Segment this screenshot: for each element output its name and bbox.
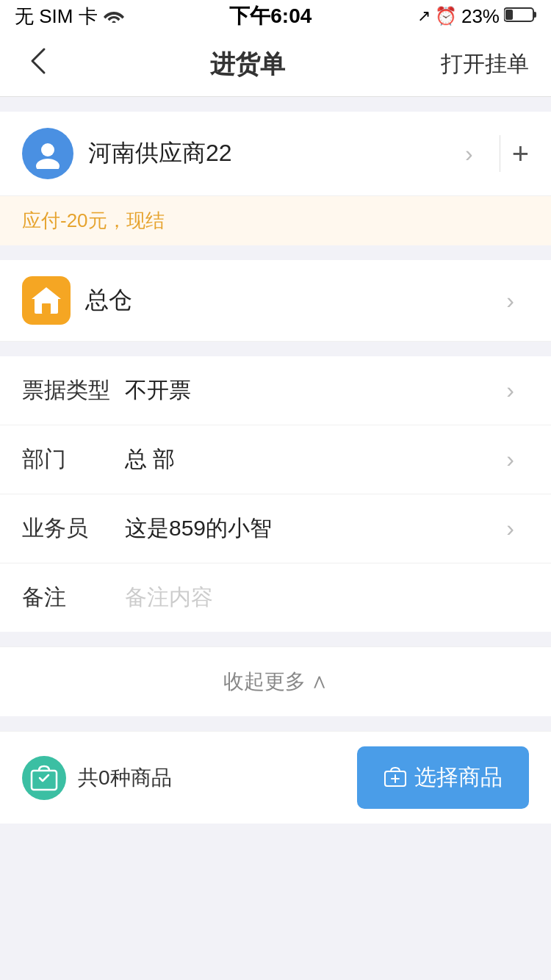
svg-rect-3	[505, 10, 513, 20]
warehouse-name: 总仓	[85, 284, 506, 317]
select-product-label: 选择商品	[414, 763, 503, 793]
product-count-icon	[22, 756, 66, 800]
warehouse-section: 总仓 ›	[0, 260, 551, 342]
notice-text: 应付-20元，现结	[22, 209, 165, 231]
supplier-chevron-icon: ›	[465, 140, 473, 167]
invoice-row[interactable]: 票据类型 不开票 ›	[0, 356, 551, 425]
warehouse-chevron-icon: ›	[506, 287, 514, 314]
status-bar: 无 SIM 卡 下午6:04 ↗ ⏰ 23%	[0, 0, 551, 32]
svg-point-5	[36, 159, 60, 169]
product-count-text: 共0种商品	[78, 764, 357, 792]
carrier-text: 无 SIM 卡	[15, 4, 98, 29]
salesperson-value: 这是859的小智	[110, 514, 506, 544]
svg-point-0	[112, 21, 115, 23]
salesperson-chevron-icon: ›	[506, 515, 514, 542]
salesperson-label: 业务员	[22, 514, 110, 544]
svg-marker-7	[32, 287, 61, 299]
invoice-value: 不开票	[110, 375, 506, 406]
remark-input[interactable]: 备注内容	[110, 583, 529, 613]
collapse-button[interactable]: 收起更多 ∧	[0, 646, 551, 716]
remark-label: 备注	[22, 583, 110, 613]
supplier-name: 河南供应商22	[88, 137, 465, 170]
battery-text: 23%	[461, 5, 500, 28]
alarm-icon: ⏰	[435, 6, 457, 26]
svg-rect-8	[42, 303, 51, 314]
back-button[interactable]	[22, 39, 54, 90]
section-gap	[0, 97, 551, 112]
page-background	[0, 824, 551, 980]
divider	[500, 135, 500, 172]
salesperson-row[interactable]: 业务员 这是859的小智 ›	[0, 494, 551, 563]
svg-point-4	[41, 143, 54, 156]
form-section: 票据类型 不开票 › 部门 总 部 › 业务员 这是859的小智 › 备注 备注…	[0, 356, 551, 632]
department-chevron-icon: ›	[506, 446, 514, 473]
warehouse-row[interactable]: 总仓 ›	[0, 260, 551, 342]
location-icon: ↗	[417, 7, 431, 26]
svg-rect-2	[533, 12, 536, 18]
status-left: 无 SIM 卡	[15, 4, 124, 29]
add-supplier-button[interactable]: +	[512, 139, 529, 168]
nav-title: 进货单	[210, 48, 285, 82]
wifi-icon	[104, 5, 124, 28]
cart-icon	[383, 767, 407, 789]
supplier-section: 河南供应商22 › + 应付-20元，现结	[0, 112, 551, 245]
nav-bar: 进货单 打开挂单	[0, 32, 551, 97]
department-label: 部门	[22, 444, 110, 475]
battery-icon	[504, 5, 536, 28]
open-pending-button[interactable]: 打开挂单	[441, 49, 529, 79]
warehouse-icon	[22, 276, 71, 325]
remark-row[interactable]: 备注 备注内容	[0, 563, 551, 632]
select-product-button[interactable]: 选择商品	[357, 746, 529, 809]
invoice-chevron-icon: ›	[506, 377, 514, 404]
supplier-row[interactable]: 河南供应商22 › +	[0, 112, 551, 196]
invoice-label: 票据类型	[22, 375, 110, 406]
status-right: ↗ ⏰ 23%	[417, 5, 536, 28]
supplier-avatar	[22, 128, 73, 179]
department-value: 总 部	[110, 444, 506, 475]
bottom-bar: 共0种商品 选择商品	[0, 731, 551, 824]
status-time: 下午6:04	[229, 2, 311, 30]
notice-bar: 应付-20元，现结	[0, 196, 551, 245]
department-row[interactable]: 部门 总 部 ›	[0, 425, 551, 494]
